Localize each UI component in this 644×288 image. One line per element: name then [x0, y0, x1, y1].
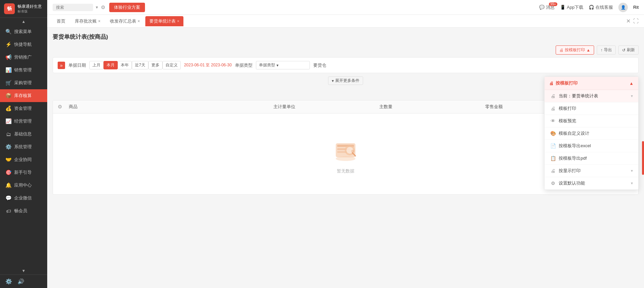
- search-input[interactable]: [53, 4, 93, 11]
- dropdown-item-display-print[interactable]: 🖨 按显示打印 ▾: [545, 165, 638, 177]
- sidebar-item-marketing[interactable]: 📢营销推广: [0, 51, 47, 64]
- notifications-badge: 99+: [549, 2, 557, 6]
- date-range-display: 2023-06-01 至 2023-06-30: [184, 62, 232, 68]
- sidebar-item-search[interactable]: 🔍搜索菜单: [0, 25, 47, 38]
- page-title: 要货单统计表(按商品): [53, 33, 639, 41]
- sidebar-label-member: 畅会员: [14, 208, 27, 214]
- tab-close-all-btn[interactable]: ✕: [626, 18, 631, 24]
- dropdown-item-template-preview[interactable]: 👁 模板预览: [545, 115, 638, 127]
- sidebar-item-finance[interactable]: 💰资金管理: [0, 102, 47, 115]
- dropdown-item-default-function[interactable]: ⚙ 设置默认功能 ▾: [545, 177, 638, 190]
- date-btn-本年[interactable]: 本年: [118, 61, 132, 69]
- refresh-btn[interactable]: ↺ 刷新: [618, 45, 639, 55]
- sidebar-label-guide: 新手引导: [14, 169, 32, 175]
- sidebar-item-operations[interactable]: 📈经营管理: [0, 115, 47, 128]
- date-btn-近7天[interactable]: 近7天: [132, 61, 148, 69]
- filter-expand-btn[interactable]: »: [58, 62, 65, 69]
- dropdown-item-template-excel[interactable]: 📄 按模板导出excel: [545, 140, 638, 152]
- sidebar-label-quick-nav: 快捷导航: [14, 41, 32, 47]
- avatar[interactable]: 👤: [618, 3, 628, 12]
- type-filter-select[interactable]: 单据类型 ▾: [256, 61, 310, 69]
- dropdown-item-icon-template-excel: 📄: [550, 143, 556, 149]
- sidebar-icon-sales: 📊: [5, 67, 11, 73]
- settings-icon[interactable]: ⚙️: [5, 278, 12, 285]
- sidebar-icon-collab: 🤝: [5, 157, 11, 163]
- main-area: ▾ ⚙ 体验行业方案 💬 消息 99+ 📱 App下载 🎧 在线客服 👤 Rit…: [47, 0, 644, 288]
- table-col-qty: 主数量: [379, 104, 478, 110]
- tab-batch-accounts[interactable]: 库存批次账×: [71, 16, 105, 26]
- dropdown-item-template-custom[interactable]: 🎨 模板自定义设计: [545, 127, 638, 140]
- app-download-btn[interactable]: 📱 App下载: [560, 4, 583, 10]
- tab-close-collection-summary[interactable]: ×: [138, 19, 140, 24]
- tabs-bar: 首页库存批次账×收发存汇总表×要货单统计表× ✕ ⛶: [47, 15, 644, 28]
- sidebar-icon-wechat: 💬: [5, 195, 11, 201]
- sidebar-icon-inventory: 📦: [5, 93, 11, 99]
- online-service-btn[interactable]: 🎧 在线客服: [589, 4, 613, 10]
- sidebar-item-purchase[interactable]: 🛒采购管理: [0, 76, 47, 89]
- sidebar-label-system: 系统管理: [14, 144, 32, 150]
- notifications-btn[interactable]: 💬 消息 99+: [539, 4, 555, 10]
- tab-collection-summary[interactable]: 收发存汇总表×: [106, 16, 144, 26]
- export-btn[interactable]: ↑ 导出: [597, 45, 616, 55]
- sidebar-item-member[interactable]: 🏷畅会员: [0, 204, 47, 217]
- sidebar-item-appstore[interactable]: 🔔应用中心: [0, 179, 47, 192]
- trial-btn[interactable]: 体验行业方案: [109, 3, 145, 12]
- date-btn-上月[interactable]: 上月: [89, 61, 104, 69]
- dropdown-item-label-display-print: 按显示打印: [559, 168, 581, 174]
- empty-illustration: [329, 134, 362, 164]
- dropdown-item-label-template-pdf: 按模板导出pdf: [559, 155, 587, 161]
- sidebar-label-marketing: 营销推广: [14, 54, 32, 60]
- tab-home[interactable]: 首页: [53, 16, 69, 26]
- sidebar-icon-finance: 💰: [5, 105, 11, 111]
- dropdown-item-label-template-preview: 模板预览: [559, 118, 576, 124]
- topbar: ▾ ⚙ 体验行业方案 💬 消息 99+ 📱 App下载 🎧 在线客服 👤 Rit: [47, 0, 644, 15]
- dropdown-item-icon-template-pdf: 📋: [550, 156, 556, 161]
- sidebar-icon-search: 🔍: [5, 29, 11, 35]
- sidebar-item-guide[interactable]: 🎯新手引导: [0, 166, 47, 179]
- dropdown-close-icon[interactable]: ▲: [629, 81, 634, 86]
- sidebar-logo: 畅 畅康通好生意 标准版: [0, 0, 47, 18]
- dropdown-item-icon-template-print: 🖨: [550, 106, 556, 111]
- dropdown-item-label-default-function: 设置默认功能: [559, 180, 585, 186]
- type-chevron-icon: ▾: [276, 63, 279, 68]
- dropdown-item-template-print[interactable]: 🖨 模板打印: [545, 102, 638, 115]
- headset-icon: 🎧: [589, 5, 594, 10]
- topbar-gear-icon[interactable]: ⚙: [101, 4, 105, 10]
- table-col-settings[interactable]: ⚙: [58, 104, 62, 110]
- sidebar-scroll-up[interactable]: ▲: [0, 18, 47, 25]
- date-btn-更多[interactable]: 更多: [148, 61, 163, 69]
- type-filter-label: 单据类型: [235, 62, 253, 68]
- sidebar-item-basic[interactable]: 🗂基础信息: [0, 128, 47, 140]
- dropdown-item-template-pdf[interactable]: 📋 按模板导出pdf: [545, 152, 638, 165]
- tab-label-order-stats: 要货单统计表: [149, 18, 176, 24]
- print-btn[interactable]: 🖨 按模板打印 ▲: [556, 45, 594, 55]
- type-placeholder: 单据类型: [259, 62, 275, 68]
- sidebar-item-inventory[interactable]: 📦库存核算: [0, 89, 47, 102]
- sound-icon[interactable]: 🔊: [18, 278, 24, 285]
- date-btn-自定义[interactable]: 自定义: [163, 61, 181, 69]
- tab-order-stats[interactable]: 要货单统计表×: [145, 16, 183, 26]
- date-btn-本月[interactable]: 本月: [104, 61, 118, 69]
- sidebar-item-quick-nav[interactable]: ⚡快捷导航: [0, 38, 47, 51]
- sidebar-icon-quick-nav: ⚡: [5, 41, 11, 47]
- table-col-goods: 商品: [69, 104, 267, 110]
- sidebar-footer: ⚙️ 🔊: [0, 275, 47, 288]
- sidebar-nav: 🔍搜索菜单⚡快捷导航📢营销推广📊销售管理🛒采购管理📦库存核算💰资金管理📈经营管理…: [0, 25, 47, 267]
- sidebar-item-system[interactable]: ⚙️系统管理: [0, 140, 47, 153]
- search-dropdown-icon[interactable]: ▾: [96, 5, 98, 10]
- sidebar-item-wechat[interactable]: 💬企业微信: [0, 192, 47, 204]
- sidebar-icon-system: ⚙️: [5, 144, 11, 150]
- sidebar-item-sales[interactable]: 📊销售管理: [0, 64, 47, 76]
- sidebar-item-collab[interactable]: 🤝企业协同: [0, 153, 47, 166]
- dropdown-current-item[interactable]: 🖨 当前：要货单统计表 ▾: [545, 90, 638, 102]
- username: Rit: [633, 5, 639, 10]
- expand-more-icon: ▾: [332, 78, 334, 83]
- notifications-icon: 💬: [539, 5, 545, 10]
- expand-more-btn[interactable]: ▾ 展开更多条件: [328, 76, 363, 85]
- tab-close-batch-accounts[interactable]: ×: [98, 19, 100, 24]
- dropdown-item-label-template-excel: 按模板导出excel: [559, 143, 591, 149]
- page-content: 要货单统计表(按商品) 🖨 按模板打印 ▲ ↑ 导出 ↺ 刷新 » 单据日期 上…: [47, 28, 644, 288]
- tab-close-order-stats[interactable]: ×: [177, 19, 179, 24]
- sidebar-scroll-down[interactable]: ▼: [0, 267, 47, 275]
- tab-expand-btn[interactable]: ⛶: [633, 18, 639, 24]
